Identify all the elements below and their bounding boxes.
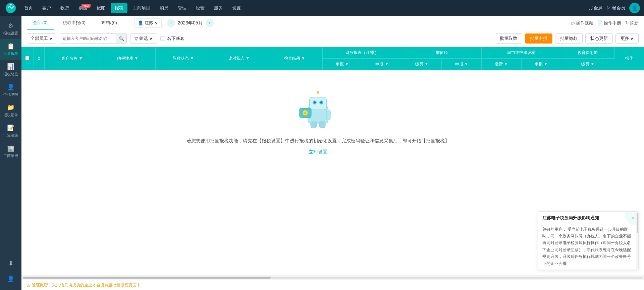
next-month-btn[interactable]: › <box>206 19 214 27</box>
sidebar: ⚙ 报税设置 📋 批量报税 📊 报税总览 👤 个税申报 📁 报税记录 📝 汇算清… <box>0 16 21 290</box>
refresh-btn[interactable]: ↻ 刷新 <box>625 20 639 26</box>
bottom-bar: ⚠ 验证账密、采集信息均成功的企业才会流转至批量报税页面中 <box>21 280 644 290</box>
manual-icon: 📄 <box>597 20 603 25</box>
batch-tax-icon: 📋 <box>7 43 14 50</box>
horizontal-scrollbar[interactable] <box>21 275 644 280</box>
sidebar-label-tax-records: 报税记录 <box>3 113 18 118</box>
batch-fetch-button[interactable]: 批量取数 <box>495 33 522 44</box>
tab-zero-declare[interactable]: 0申报 (0) <box>95 16 123 30</box>
th-checkbox <box>21 47 34 70</box>
nav-messages[interactable]: 消息 <box>156 3 172 13</box>
th-city-construction-tax: 城市维护建设税 <box>482 47 561 59</box>
sidebar-item-annual-report[interactable]: 🏢 工商年报 <box>0 141 21 162</box>
tab-all[interactable]: 全部 (0) <box>27 16 54 30</box>
nav-tax[interactable]: 报税 <box>111 3 127 13</box>
top-nav-right: ⛶ 全屏 ▷ 畅会员 👤 <box>588 3 640 13</box>
select-all-checkbox[interactable] <box>25 56 30 60</box>
account-set-checkbox-label[interactable]: 名下账套 <box>160 35 184 42</box>
employee-select-label: 全部员工 <box>31 35 48 42</box>
scrollbar-thumb[interactable] <box>23 277 271 279</box>
nav-service[interactable]: 服务 <box>210 3 227 13</box>
sidebar-item-tax-records[interactable]: 📁 报税记录 <box>0 100 21 121</box>
search-button[interactable]: 🔍 <box>116 34 126 43</box>
sidebar-item-tax-overview[interactable]: 📊 报税总览 <box>0 60 21 80</box>
svg-point-9 <box>317 91 319 94</box>
toolbar: 全部员工 ∨ 🔍 ▽ 筛选 ∨ 名下账套 批量取数 批量申报 批量缴款 状态更新 <box>21 30 644 47</box>
tabs-right-actions: ▷ 操作视频 📄 操作手册 ↻ 刷新 <box>572 20 639 26</box>
sidebar-label-tax-settings: 报税设置 <box>3 31 18 36</box>
tax-records-icon: 📁 <box>7 104 14 111</box>
sidebar-label-batch-tax: 批量报税 <box>3 51 18 56</box>
nav-bookkeeping[interactable]: 记账 <box>93 3 109 13</box>
bottom-bar-text: 验证账密、采集信息均成功的企业才会流转至批量报税页面中 <box>32 282 141 288</box>
search-input[interactable] <box>60 34 116 43</box>
prev-month-btn[interactable]: ‹ <box>167 19 175 27</box>
video-icon: ▷ <box>572 20 575 25</box>
sidebar-download[interactable]: ⬇ <box>6 257 16 271</box>
notification-scrollbar[interactable] <box>636 212 638 270</box>
svg-text:¥: ¥ <box>304 112 306 115</box>
toolbar-right: 批量取数 批量申报 批量缴款 状态更新 更多 ∨ <box>495 33 639 44</box>
refresh-icon: ↻ <box>625 20 629 25</box>
operation-video-btn[interactable]: ▷ 操作视频 <box>572 20 593 26</box>
top-navigation: 首页 客户 收费 票据 NEW 记账 报税 工商项目 消息 管理 经营 服务 设… <box>0 0 644 16</box>
batch-declare-button[interactable]: 批量申报 <box>525 33 552 44</box>
operation-manual-btn[interactable]: 📄 操作手册 <box>597 20 621 26</box>
filter-icon: ▽ <box>135 36 138 41</box>
search-input-wrap: 🔍 <box>60 33 127 44</box>
nav-industry[interactable]: 工商项目 <box>129 3 154 13</box>
sidebar-item-annual-settle[interactable]: 📝 汇算清缴 <box>0 121 21 141</box>
download-icon: ⬇ <box>8 260 13 267</box>
chevron-down-icon: ∨ <box>155 20 158 25</box>
sidebar-label-personal-tax: 个税申报 <box>3 92 18 97</box>
notification-title: 江苏电子税务局升级影响通知 <box>542 215 599 221</box>
more-button[interactable]: 更多 ∨ <box>615 33 639 44</box>
svg-point-6 <box>314 101 316 103</box>
th-city-pay: 缴费 ▼ <box>482 59 522 70</box>
nav-bills[interactable]: 票据 NEW <box>74 3 91 13</box>
scrollbar-track <box>23 277 643 279</box>
tabs-bar: 全部 (0) 税款申报 (0) 0申报 (0) 👤 江苏 ∨ <box>21 16 644 30</box>
sidebar-item-tax-settings[interactable]: ⚙ 报税设置 <box>0 19 21 39</box>
svg-rect-13 <box>326 110 330 120</box>
tab-tax-declare[interactable]: 税款申报 (0) <box>57 16 92 30</box>
nav-settings[interactable]: 设置 <box>228 3 245 13</box>
user-icon: 👤 <box>7 275 14 283</box>
account-set-checkbox[interactable] <box>160 36 165 41</box>
nav-home[interactable]: 首页 <box>20 3 37 13</box>
status-update-button[interactable]: 状态更新 <box>585 33 613 44</box>
th-fetch-status: 取数状态 ▼ <box>156 47 211 70</box>
batch-pay-button[interactable]: 批量缴款 <box>555 33 583 44</box>
th-education-surcharge: 教育费附加 <box>561 47 615 59</box>
user-icon-small: 👤 <box>138 20 143 25</box>
tab-divider-2 <box>93 20 93 26</box>
setup-link[interactable]: 立即设置 <box>309 149 327 155</box>
th-financial-declare: 申报 ▼ <box>322 59 362 70</box>
nav-management[interactable]: 管理 <box>174 3 191 13</box>
svg-point-1 <box>10 4 12 6</box>
notification-content: 尊敬的用户： 受当前电子税务局进一步升级的影响，同一个政务网账号（办税人）名下的… <box>542 227 631 266</box>
avatar[interactable]: 👤 <box>629 3 640 13</box>
sidebar-label-tax-overview: 报税总览 <box>3 72 18 77</box>
fullscreen-btn[interactable]: ⛶ 全屏 <box>588 5 603 11</box>
settings-icon-th[interactable]: ⚙ <box>37 56 41 61</box>
region-selector[interactable]: 👤 江苏 ∨ <box>134 18 162 28</box>
nav-operation[interactable]: 经营 <box>192 3 209 13</box>
svg-point-7 <box>320 101 322 103</box>
sidebar-item-personal-tax[interactable]: 👤 个税申报 <box>0 80 21 100</box>
chevron-down-icon-filter: ∨ <box>149 36 153 41</box>
tab-divider-3 <box>130 20 130 26</box>
nav-fees[interactable]: 收费 <box>56 3 73 13</box>
th-tax-nature: 纳税性质 ▼ <box>100 47 156 70</box>
filter-button[interactable]: ▽ 筛选 ∨ <box>130 33 157 44</box>
vip-btn[interactable]: ▷ 畅会员 <box>606 5 625 11</box>
logo[interactable] <box>4 1 17 15</box>
nav-customer[interactable]: 客户 <box>38 3 55 13</box>
tabs-middle: 👤 江苏 ∨ <box>128 18 162 28</box>
empty-state: ¥ 若您想使用批量报税功能，请先在【报税设置】中进行报税的初始化设置，完成密码验… <box>21 70 614 168</box>
chevron-down-icon-more: ∨ <box>630 36 634 41</box>
sidebar-user[interactable]: 👤 <box>6 272 16 286</box>
sidebar-item-batch-tax[interactable]: 📋 批量报税 <box>0 39 21 60</box>
employee-select[interactable]: 全部员工 ∨ <box>27 33 56 44</box>
current-date: 2023年05月 <box>178 20 203 26</box>
